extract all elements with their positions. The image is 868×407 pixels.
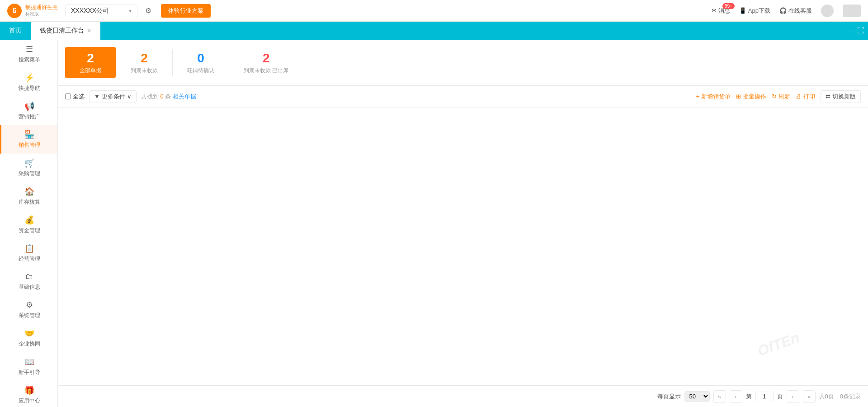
summary-card-overdue[interactable]: 2 到期未收款 [116,47,172,78]
tab-close-icon[interactable]: ✕ [87,28,91,34]
pagination: 每页显示 50 100 200 « ‹ 第 页 › » 共0页，0条记录 [58,385,868,407]
message-badge: 99+ [722,3,735,9]
sidebar-item-inventory[interactable]: 🏠 库存核算 [0,182,57,211]
page-input[interactable] [755,392,774,401]
batch-operation-button[interactable]: ⊞ 批量操作 [736,93,766,101]
prev-page-button[interactable]: ‹ [730,390,742,403]
header-right: ✉ 消息 99+ 📱 App下载 🎧 在线客服 [712,5,861,17]
add-sales-order-button[interactable]: + 新增销货单 [696,93,731,101]
sidebar-item-operations[interactable]: 📋 经营管理 [0,239,57,267]
next-page-button[interactable]: › [787,390,799,403]
maximize-icon[interactable]: ⛶ [857,27,864,35]
top-header: 6 畅捷通好生意 标准版 XXXXXX公司 ▾ ⚙ 体验行业方案 ✉ 消息 99… [0,0,868,22]
card-label-overdue: 到期未收款 [131,67,158,75]
logo-sub: 标准版 [25,11,58,17]
last-page-button[interactable]: » [803,390,816,403]
toolbar: 全选 ▼ 更多条件 ∨ 共找到 0 条 相关单据 + 新增销货单 [58,86,868,108]
card-label-all: 全部单据 [80,67,101,75]
message-button[interactable]: ✉ 消息 99+ [712,7,730,15]
card-label-wangfu: 旺辅待确认 [187,67,214,75]
inventory-icon: 🏠 [24,187,34,196]
sidebar-item-system[interactable]: ⚙ 系统管理 [0,295,57,324]
system-icon: ⚙ [26,300,33,310]
sidebar-item-guide[interactable]: 📖 新手引导 [0,352,57,381]
first-page-button[interactable]: « [713,390,726,403]
experience-button[interactable]: 体验行业方案 [161,4,211,18]
minimize-icon[interactable]: — [846,27,854,35]
logo-icon: 6 [7,4,22,18]
nav-tabs-right-actions: — ⛶ [846,22,868,40]
company-selector[interactable]: XXXXXX公司 ▾ [65,5,137,17]
checkbox-input[interactable] [65,94,71,99]
user-name-area[interactable] [843,5,861,17]
total-info: 共0页，0条记录 [819,393,861,401]
sidebar-item-quicknav[interactable]: ⚡ 快捷导航 [0,68,57,97]
summary-card-all[interactable]: 2 全部单据 [65,47,116,78]
sidebar-item-enterprise[interactable]: 🤝 企业协同 [0,324,57,352]
quicknav-icon: ⚡ [24,73,34,83]
sidebar-item-purchase[interactable]: 🛒 采购管理 [0,154,57,182]
print-icon: 🖨 [796,93,802,100]
per-page-label: 每页显示 [657,393,681,401]
operations-icon: 📋 [24,243,34,253]
main-content: 2 全部单据 2 到期未收款 0 旺辅待确认 2 到期未收款 已出库 [58,40,868,407]
sidebar-item-appcenter[interactable]: 🎁 应用中心 [0,381,57,407]
refresh-icon: ↻ [772,93,777,100]
found-count: 0 [160,93,164,100]
table-area [58,108,868,385]
marketing-icon: 📢 [24,101,34,111]
search-menu-icon: ☰ [26,44,33,54]
gear-icon: ⚙ [145,6,151,15]
select-all-checkbox[interactable]: 全选 [65,93,85,101]
card-count-all: 2 [87,51,94,66]
card-count-wangfu: 0 [197,51,204,66]
enterprise-icon: 🤝 [24,328,34,338]
prev-page-icon: ‹ [735,393,736,400]
settings-button[interactable]: ⚙ [141,4,156,18]
chevron-down-icon: ▾ [129,8,132,14]
first-page-icon: « [718,393,721,400]
filter-button[interactable]: ▼ 更多条件 ∨ [89,90,137,103]
toolbar-right: + 新增销货单 ⊞ 批量操作 ↻ 刷新 🖨 打印 ⇄ 切换新版 [696,90,861,103]
batch-icon: ⊞ [736,93,741,100]
switch-icon: ⇄ [826,93,830,100]
online-service-button[interactable]: 🎧 在线客服 [779,7,812,15]
page-end-label: 页 [777,393,783,401]
company-name: XXXXXX公司 [71,7,125,15]
main-layout: ☰ 搜索菜单 ⚡ 快捷导航 📢 营销推广 🏪 销售管理 🛒 采购管理 🏠 库存核… [0,40,868,407]
refresh-button[interactable]: ↻ 刷新 [772,93,790,101]
logo-name: 畅捷通好生意 [25,4,58,11]
app-download-button[interactable]: 📱 App下载 [739,7,770,15]
summary-card-overdue-shipped[interactable]: 2 到期未收款 已出库 [229,47,303,78]
sidebar-item-finance[interactable]: 💰 资金管理 [0,211,57,239]
sidebar-item-search[interactable]: ☰ 搜索菜单 [0,40,57,68]
print-button[interactable]: 🖨 打印 [796,93,815,101]
nav-tabs-bar: 首页 钱货日清工作台 ✕ — ⛶ [0,22,868,40]
avatar[interactable] [821,5,834,17]
per-page-select[interactable]: 50 100 200 [684,391,710,402]
appcenter-icon: 🎁 [24,385,34,395]
tab-home[interactable]: 首页 [0,22,31,40]
toolbar-left: 全选 ▼ 更多条件 ∨ 共找到 0 条 相关单据 [65,90,691,103]
filter-icon: ▼ [94,93,100,100]
found-text: 共找到 0 条 相关单据 [141,93,196,101]
switch-version-button[interactable]: ⇄ 切换新版 [821,90,861,103]
summary-cards: 2 全部单据 2 到期未收款 0 旺辅待确认 2 到期未收款 已出库 [58,40,868,86]
sidebar-item-sales[interactable]: 🏪 销售管理 [0,125,57,154]
download-icon: 📱 [739,7,746,14]
card-label-overdue-shipped: 到期未收款 已出库 [244,67,288,75]
logo-area: 6 畅捷通好生意 标准版 [7,4,65,18]
chevron-down-icon: ∨ [127,93,132,100]
tab-qianhuoricleaning[interactable]: 钱货日清工作台 ✕ [31,22,100,40]
sidebar-item-marketing[interactable]: 📢 营销推广 [0,97,57,125]
sales-icon: 🏪 [24,130,34,140]
last-page-icon: » [807,393,811,400]
card-count-overdue-shipped: 2 [263,51,270,66]
related-orders-link[interactable]: 相关单据 [173,93,196,100]
page-label: 第 [746,393,752,401]
service-icon: 🎧 [779,7,787,14]
next-page-icon: › [792,393,793,400]
card-count-overdue: 2 [141,51,148,66]
sidebar-item-basicinfo[interactable]: 🗂 基础信息 [0,267,57,295]
summary-card-wangfu[interactable]: 0 旺辅待确认 [173,47,229,78]
